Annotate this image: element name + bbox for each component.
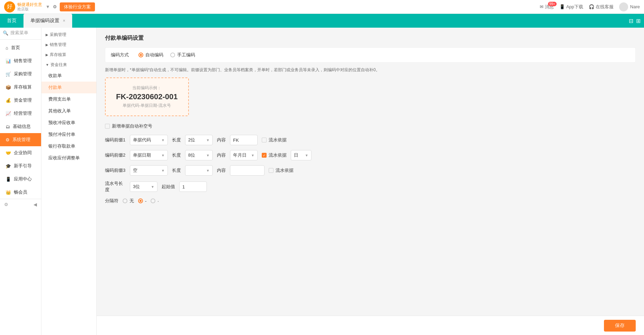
tab-close-icon[interactable]: ×	[63, 18, 65, 23]
prefix2-select-arrow: ▼	[161, 153, 165, 157]
prefix3-label: 编码前缀3	[105, 167, 126, 174]
inventory-icon: 📦	[6, 85, 11, 90]
prefix2-select[interactable]: 单据日期 ▼	[130, 150, 168, 160]
content3-label: 内容	[217, 167, 226, 174]
prefix1-label: 编码前缀1	[105, 137, 126, 143]
sec-item-prepay-pay[interactable]: 预付冲应付单	[41, 129, 96, 140]
length3-select[interactable]: ▼	[185, 165, 213, 176]
stream3-item: 流水依据	[269, 167, 294, 174]
prefix1-row: 编码前缀1 单据代码 ▼ 长度 2位 ▼ 内容 FK 流水依据	[105, 135, 636, 145]
length1-label: 长度	[172, 137, 181, 143]
content2-arrow: ▼	[251, 153, 254, 157]
serial-length-arrow: ▼	[151, 185, 154, 189]
experience-btn[interactable]: 体验行业方案	[60, 2, 95, 11]
manual-encoding-option[interactable]: 手工编码	[170, 52, 195, 58]
save-button[interactable]: 保存	[604, 320, 636, 332]
content2-select[interactable]: 年月日 ▼	[230, 150, 258, 160]
sec-item-receipt[interactable]: 收款单	[41, 70, 96, 82]
basic-icon: 🗂	[6, 124, 10, 129]
content1-input[interactable]: FK	[230, 135, 258, 145]
app-download-btn[interactable]: 📱 App下载	[559, 4, 583, 10]
prefix3-select-arrow: ▼	[161, 169, 165, 173]
sec-item-income[interactable]: 其他收入单	[41, 105, 96, 117]
secondary-sidebar: ▶ 采购管理 ▶ 销售管理 ▶ 库存核算 ▼ 资金往来 收款单 付款单 费用支出…	[41, 28, 97, 335]
sales-icon: 📊	[6, 58, 11, 64]
group-arrow-sales: ▶	[46, 43, 48, 47]
group-arrow-inventory: ▶	[46, 53, 48, 57]
auto-encoding-option[interactable]: 自动编码	[138, 52, 163, 58]
main-layout: 🔍 搜索菜单 ⌂首页 📊销售管理 🛒采购管理 📦库存核算 💰资金管理 📈经营管理…	[0, 28, 644, 335]
stream3-checkbox[interactable]	[269, 168, 273, 173]
leftnav-purchase[interactable]: 🛒采购管理	[0, 67, 41, 81]
bottom-bar: 保存	[97, 316, 644, 335]
leftnav-system[interactable]: ⚙系统管理	[0, 133, 41, 146]
search-icon: 🔍	[3, 30, 8, 36]
length2-select[interactable]: 8位 ▼	[185, 150, 213, 160]
sec-item-adjust[interactable]: 应收应付调整单	[41, 152, 96, 164]
encoding-mode-section: 编码方式 自动编码 手工编码	[105, 47, 636, 63]
content-wrapper: 付款单编码设置 编码方式 自动编码 手工编码	[97, 28, 644, 335]
sec-item-expense[interactable]: 费用支出单	[41, 93, 96, 105]
length1-select[interactable]: 2位 ▼	[185, 135, 213, 145]
message-badge: 99+	[548, 2, 557, 6]
preview-code: FK-20230602-001	[116, 92, 178, 101]
start-value-input[interactable]: 1	[179, 182, 207, 192]
prefix2-row: 编码前缀2 单据日期 ▼ 长度 8位 ▼ 内容 年月日 ▼ ✓ 流水依据	[105, 150, 636, 160]
content-area: 付款单编码设置 编码方式 自动编码 手工编码	[97, 28, 644, 316]
search-menu[interactable]: 🔍 搜索菜单	[0, 28, 41, 38]
stream2-checkbox[interactable]: ✓	[262, 153, 267, 158]
length1-arrow: ▼	[206, 138, 210, 142]
manual-encoding-radio	[170, 53, 175, 57]
prefix1-select-arrow: ▼	[161, 138, 165, 142]
navtabs: 首页 单据编码设置 × ⊟ ⊞	[0, 14, 644, 28]
leftnav-finance[interactable]: 💰资金管理	[0, 94, 41, 107]
tab-encoding-settings[interactable]: 单据编码设置 ×	[23, 14, 72, 28]
serial-length-select[interactable]: 3位 ▼	[130, 182, 157, 192]
group-arrow-purchase: ▶	[46, 33, 48, 37]
prefix3-select[interactable]: 空 ▼	[130, 165, 168, 176]
sec-item-bank[interactable]: 银行存取款单	[41, 140, 96, 152]
stream2-unit-select[interactable]: 日 ▼	[291, 150, 311, 160]
sec-item-prepay-receive[interactable]: 预收冲应收单	[41, 117, 96, 129]
leftnav-inventory[interactable]: 📦库存核算	[0, 81, 41, 94]
message-btn[interactable]: ✉ 消息 99+	[540, 4, 554, 10]
collapse-icon[interactable]: ◀	[33, 202, 37, 207]
sep-dot-option[interactable]: ·	[151, 198, 159, 204]
tab-home[interactable]: 首页	[0, 14, 23, 28]
leftnav-appcenter[interactable]: 📱应用中心	[0, 173, 41, 186]
leftnav-operation[interactable]: 📈经营管理	[0, 107, 41, 120]
group-purchase[interactable]: ▶ 采购管理	[41, 30, 96, 40]
sep-dash-radio	[138, 198, 143, 203]
leftnav-sales[interactable]: 📊销售管理	[0, 54, 41, 67]
enterprise-icon: 🤝	[6, 150, 11, 156]
online-service-btn[interactable]: 🎧 在线客服	[589, 4, 614, 10]
nav-expand-btn[interactable]: ⊞	[636, 18, 641, 24]
prefix1-select[interactable]: 单据代码 ▼	[130, 135, 168, 145]
sep-none-radio	[123, 198, 127, 203]
group-inventory[interactable]: ▶ 库存核算	[41, 50, 96, 60]
leftnav-enterprise[interactable]: 🤝企业协同	[0, 146, 41, 159]
serial-length-label: 流水号长度	[105, 180, 126, 193]
leftnav: 🔍 搜索菜单 ⌂首页 📊销售管理 🛒采购管理 📦库存核算 💰资金管理 📈经营管理…	[0, 28, 41, 335]
sec-item-payment[interactable]: 付款单	[41, 82, 96, 93]
stream1-checkbox[interactable]	[262, 138, 267, 142]
group-sales[interactable]: ▶ 销售管理	[41, 40, 96, 50]
nav-minimize-btn[interactable]: ⊟	[629, 18, 633, 24]
leftnav-home[interactable]: ⌂首页	[0, 41, 41, 54]
group-funds[interactable]: ▼ 资金往来	[41, 60, 96, 70]
leftnav-member[interactable]: 👑畅会员	[0, 186, 41, 199]
settings-icon[interactable]: ⚙	[53, 4, 57, 9]
logo-icon: 好	[4, 1, 15, 12]
operation-icon: 📈	[6, 111, 11, 116]
settings-bottom-icon[interactable]: ⚙	[4, 202, 8, 207]
leftnav-guide[interactable]: 🎓新手引导	[0, 159, 41, 173]
content3-input[interactable]	[230, 165, 265, 176]
sep-none-option[interactable]: 无	[123, 198, 134, 204]
length3-arrow: ▼	[206, 169, 210, 173]
user-avatar[interactable]: Nare	[619, 2, 640, 11]
dropdown-arrow[interactable]: ▼	[46, 4, 50, 9]
sep-dash-option[interactable]: -	[138, 198, 146, 204]
leftnav-basic[interactable]: 🗂基础信息	[0, 120, 41, 133]
auto-fill-checkbox[interactable]	[105, 124, 110, 129]
separator-row: 分隔符 无 - ·	[105, 198, 636, 204]
